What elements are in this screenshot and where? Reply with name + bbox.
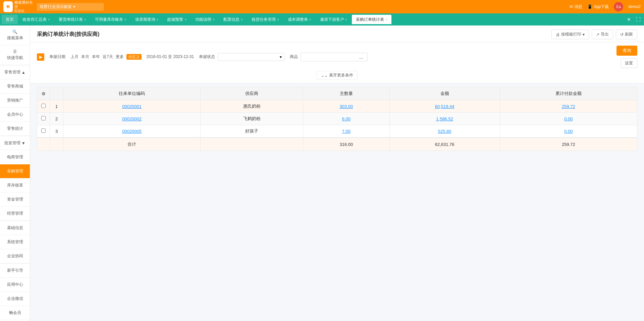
cell-code[interactable]: 00020001 — [63, 100, 201, 113]
cell-index: 1 — [50, 100, 63, 113]
shortcut-7days[interactable]: 近7天 — [103, 54, 113, 60]
dropdown-icon: ▾ — [583, 32, 585, 37]
shortcut-last-month[interactable]: 上月 — [70, 54, 78, 60]
sidebar-item-ecommerce[interactable]: 电商管理 — [0, 150, 30, 164]
close-icon[interactable]: × — [48, 18, 50, 21]
tab-home[interactable]: 首页 — [2, 15, 18, 24]
tab-config[interactable]: 配置信息 × — [219, 15, 247, 24]
tab-expiry-query[interactable]: 保质期查询 × — [131, 15, 163, 24]
export-button[interactable]: ↗ 导出 — [592, 30, 613, 39]
tab-purchase-stat[interactable]: 采购订单统计表 × — [352, 15, 391, 24]
row-checkbox[interactable] — [41, 104, 46, 108]
tab-invite-downstream[interactable]: 邀请下游客户 × — [316, 15, 352, 24]
goods-input[interactable]: ... — [301, 53, 368, 61]
sidebar-item-retail-stat[interactable]: 零售统计 — [0, 122, 30, 136]
close-icon[interactable]: × — [157, 18, 159, 21]
sidebar-item-operation[interactable]: 经营管理 — [0, 207, 30, 221]
sidebar-item-system[interactable]: 系统管理 — [0, 235, 30, 249]
print-button[interactable]: 🖨 按模板打印 ▾ — [551, 30, 589, 39]
cell-paid[interactable]: 259.72 — [500, 100, 637, 113]
sidebar-item-finance[interactable]: 资金管理 — [0, 193, 30, 207]
tab-pick-task[interactable]: 拣货任务管理 × — [248, 15, 283, 24]
expand-conditions-button[interactable]: ⌄⌄ 展开更多条件 — [317, 71, 358, 80]
status-label: 单据状态 — [199, 54, 215, 60]
tab-receive-summary[interactable]: 收发存汇总表 × — [18, 15, 54, 24]
th-qty: 主数量 — [303, 87, 389, 100]
date-label: 单据日期 — [49, 54, 65, 60]
sidebar: 🔍 搜索菜单 ☰ 快捷导航 零售管理 ▲ 零售商城 营销推广 会员中心 零售统计… — [0, 25, 30, 321]
user-name[interactable]: demo2 — [628, 4, 641, 9]
sidebar-item-inventory[interactable]: 库存核算 — [0, 178, 30, 193]
filter-right-actions: 查询 设置 — [616, 46, 637, 68]
sidebar-item-search[interactable]: 🔍 搜索菜单 — [0, 25, 30, 45]
cell-check[interactable] — [37, 100, 50, 113]
row-checkbox[interactable] — [41, 128, 46, 133]
close-icon[interactable]: × — [309, 18, 311, 21]
tab-order-stat[interactable]: 要货单统计表 × — [55, 15, 90, 24]
status-select[interactable]: ▾ — [218, 53, 285, 61]
cell-qty[interactable]: 7.00 — [303, 125, 389, 138]
close-icon[interactable]: × — [213, 18, 215, 21]
tab-cost-adjust[interactable]: 成本调整单 × — [284, 15, 315, 24]
app-download-button[interactable]: 📱 App下载 — [587, 4, 609, 10]
cell-amount[interactable]: 1,586.52 — [389, 113, 500, 125]
nav-close-button[interactable]: ✕ — [625, 16, 633, 23]
th-gear[interactable]: ⚙ — [37, 87, 50, 100]
sidebar-item-collab[interactable]: 企业协同 — [0, 249, 30, 263]
tab-overstock[interactable]: 超储预警 × — [163, 15, 191, 24]
cell-paid[interactable]: 0.00 — [500, 113, 637, 125]
close-icon[interactable]: × — [385, 18, 387, 21]
sidebar-item-member-program[interactable]: 畅会员 — [0, 306, 30, 320]
ellipsis-button[interactable]: ... — [357, 54, 365, 60]
close-icon[interactable]: × — [84, 18, 86, 21]
th-code: 往来单位编码 — [63, 87, 201, 100]
message-button[interactable]: ✉ 消息 — [570, 4, 582, 10]
sidebar-item-shortcuts[interactable]: ☰ 快捷导航 — [0, 45, 30, 65]
tab-function-desc[interactable]: 功能说明 × — [191, 15, 219, 24]
nav-maximize-button[interactable]: ⛶ — [634, 16, 642, 23]
close-icon[interactable]: × — [184, 18, 186, 21]
page-title: 采购订单统计表(按供应商) — [37, 31, 100, 38]
query-button[interactable]: 查询 — [616, 46, 637, 56]
filter-row: ▶ 单据日期 上月 本月 本年 近7天 更多 自定义 2016-01-01 至 … — [37, 46, 637, 68]
cell-check[interactable] — [37, 113, 50, 125]
sidebar-item-wechat[interactable]: 企业微信 — [0, 292, 30, 306]
cell-paid[interactable]: 0.00 — [500, 125, 637, 138]
row-checkbox[interactable] — [41, 116, 46, 120]
sidebar-item-members[interactable]: 会员中心 — [0, 108, 30, 122]
sidebar-item-base-info[interactable]: 基础信息 — [0, 221, 30, 235]
sidebar-item-app-center[interactable]: 应用中心 — [0, 278, 30, 292]
footer-empty2 — [50, 138, 63, 151]
shortcut-more[interactable]: 更多 — [116, 54, 124, 60]
sidebar-item-purchase[interactable]: 采购管理 — [0, 164, 30, 178]
sidebar-item-marketing[interactable]: 营销推广 — [0, 94, 30, 108]
shortcut-this-month[interactable]: 本月 — [81, 54, 89, 60]
nav-right-buttons: ✕ ⛶ — [625, 16, 642, 23]
filter-toggle-button[interactable]: ▶ — [37, 53, 44, 61]
cell-supplier: 飞鹤奶粉 — [201, 113, 303, 125]
cell-qty[interactable]: 303.00 — [303, 100, 389, 113]
sidebar-item-wholesale[interactable]: 批发管理 ▼ — [0, 136, 30, 150]
setting-button[interactable]: 设置 — [621, 58, 637, 68]
tab-usable-inventory[interactable]: 可用量库存账本 × — [91, 15, 130, 24]
sidebar-item-retail-mgmt[interactable]: 零售管理 ▲ — [0, 65, 30, 79]
close-icon[interactable]: × — [277, 18, 279, 21]
close-icon[interactable]: × — [345, 18, 347, 21]
workspace-selector[interactable]: 母婴行业演示账套 ▾ — [37, 3, 104, 11]
custom-date-badge[interactable]: 自定义 — [126, 54, 142, 60]
cell-code[interactable]: 00020005 — [63, 125, 201, 138]
cell-index: 3 — [50, 125, 63, 138]
cell-qty[interactable]: 6.00 — [303, 113, 389, 125]
cell-code[interactable]: 00020002 — [63, 113, 201, 125]
table-row: 1 00020001 惠氏奶粉 303.00 60,519.44 259.72 — [37, 100, 637, 113]
shortcut-this-year[interactable]: 本年 — [92, 54, 100, 60]
refresh-button[interactable]: ↺ 刷新 — [616, 30, 637, 39]
cell-check[interactable] — [37, 125, 50, 138]
close-icon[interactable]: × — [241, 18, 243, 21]
cell-amount[interactable]: 525.80 — [389, 125, 500, 138]
cell-amount[interactable]: 60,519.44 — [389, 100, 500, 113]
table-row: 3 00020005 好孩子 7.00 525.80 0.00 — [37, 125, 637, 138]
close-icon[interactable]: × — [124, 18, 126, 21]
sidebar-item-retail-shop[interactable]: 零售商城 — [0, 79, 30, 94]
sidebar-item-guide[interactable]: 新手引导 — [0, 264, 30, 278]
